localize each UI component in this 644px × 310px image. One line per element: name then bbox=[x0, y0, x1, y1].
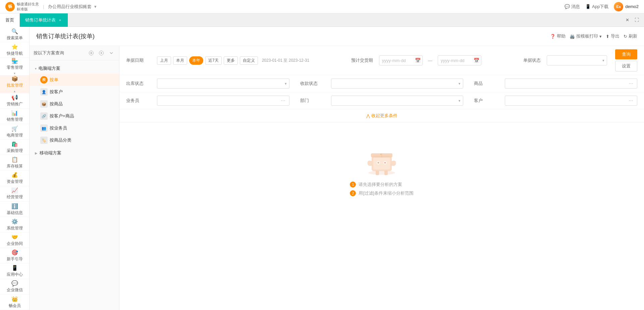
app-download-button[interactable]: 📱 App下载 bbox=[585, 4, 608, 10]
sidebar-item-marketing[interactable]: 📢 营销推广 bbox=[0, 93, 29, 109]
collapse-panel-button[interactable] bbox=[108, 49, 115, 57]
tree-item-by-staff[interactable]: 👥 按业务员 bbox=[30, 122, 119, 134]
sidebar-item-corp-wechat[interactable]: 💬 企业微信 bbox=[0, 279, 29, 295]
sidebar-item-operations[interactable]: 📈 经营管理 bbox=[0, 186, 29, 202]
main-layout: 🔍 搜索菜单 ⭐ 快捷导航 🏪 零售管理 ▾ 📦 批发管理 ▴ 📢 营销推广 📊… bbox=[0, 27, 644, 310]
sidebar-item-newbie[interactable]: 🎯 新手引导 bbox=[0, 248, 29, 263]
tab-home[interactable]: 首页 bbox=[0, 13, 20, 27]
export-icon: ⬆ bbox=[606, 34, 609, 39]
product-input-wrap: ··· bbox=[505, 79, 637, 89]
member-icon: 👑 bbox=[11, 296, 18, 302]
split-layout: 按以下方案查询 ▾ 电脑端方案 bbox=[30, 46, 644, 310]
dept-select-wrap: ▾ bbox=[331, 96, 464, 106]
staff-more-icon[interactable]: ··· bbox=[279, 98, 287, 104]
order-status-select[interactable] bbox=[547, 55, 607, 65]
print-icon: 🖨️ bbox=[570, 34, 575, 39]
more-date-btn[interactable]: 更多 bbox=[224, 56, 238, 65]
tree-item-by-order[interactable]: 按 按单 bbox=[30, 74, 119, 86]
sidebar-item-wholesale[interactable]: 📦 批发管理 ▴ bbox=[0, 75, 29, 93]
product-more-icon[interactable]: ··· bbox=[627, 81, 635, 87]
topbar-right: 💬 消息 📱 App下载 Ea demo2 bbox=[565, 2, 639, 11]
sidebar-item-ecom[interactable]: 🛒 电商管理 bbox=[0, 124, 29, 140]
svg-rect-7 bbox=[373, 158, 390, 169]
scheme-settings-button[interactable] bbox=[98, 49, 105, 57]
filter-rows-container: 单据日期 上月 本月 本年 近7天 更多 自定义 2023-01-01 至 20… bbox=[119, 46, 644, 122]
finance-icon: 💰 bbox=[11, 172, 18, 178]
corp-wechat-icon: 💬 bbox=[11, 280, 18, 287]
ecom-icon: 🛒 bbox=[11, 125, 18, 132]
ship-status-select-wrap: ▾ bbox=[157, 79, 289, 89]
breadcrumb: 办公用品行业模拟账套 bbox=[48, 4, 92, 10]
tree-expand-icon-mobile: ▶ bbox=[35, 151, 38, 155]
delivery-end-calendar-icon[interactable]: 📅 bbox=[474, 58, 479, 63]
tab-close-icon[interactable]: × bbox=[58, 18, 62, 22]
dept-select[interactable] bbox=[331, 96, 464, 106]
refresh-button[interactable]: ↻ 刷新 bbox=[624, 33, 637, 39]
user-profile[interactable]: Ea demo2 bbox=[614, 2, 639, 11]
sidebar-item-finance[interactable]: 💰 资金管理 bbox=[0, 170, 29, 186]
sidebar-item-enterprise[interactable]: 🤝 企业协同 bbox=[0, 232, 29, 248]
svg-point-4 bbox=[101, 52, 102, 54]
right-content: 单据日期 上月 本月 本年 近7天 更多 自定义 2023-01-01 至 20… bbox=[119, 46, 644, 310]
sidebar-item-retail[interactable]: 🏪 零售管理 ▾ bbox=[0, 58, 29, 75]
tree-item-by-category[interactable]: 🏷️ 按商品分类 bbox=[30, 134, 119, 146]
last-month-btn[interactable]: 上月 bbox=[157, 56, 171, 65]
query-btn-group: 查询 设置 bbox=[615, 49, 637, 71]
sidebar-item-purchase[interactable]: 🛍️ 采购管理 bbox=[0, 140, 29, 155]
date-label: 单据日期 bbox=[126, 57, 153, 63]
template-print-button[interactable]: 🖨️ 按模板打印 ▾ bbox=[570, 33, 602, 39]
custom-date-btn[interactable]: 自定义 bbox=[240, 56, 258, 65]
tab-sales-order-stats[interactable]: 销售订单统计表 × bbox=[20, 13, 68, 27]
user-name-label: demo2 bbox=[625, 4, 639, 9]
marketing-icon: 📢 bbox=[11, 94, 18, 101]
topbar-left: 畅 畅捷通好生意 标准版 | 办公用品行业模拟账套 ▾ bbox=[5, 2, 97, 11]
empty-illustration: ✦ bbox=[362, 143, 402, 176]
tree-group-desktop[interactable]: ▾ 电脑端方案 bbox=[30, 63, 119, 74]
delivery-start-calendar-icon[interactable]: 📅 bbox=[415, 58, 421, 63]
tip-num-1: 1 bbox=[350, 182, 356, 188]
sidebar-item-sales-mgmt[interactable]: 📊 销售管理 bbox=[0, 109, 29, 124]
export-button[interactable]: ⬆ 导出 bbox=[606, 33, 620, 39]
sidebar-item-basic-info[interactable]: ℹ️ 基础信息 bbox=[0, 202, 29, 217]
payment-status-select[interactable] bbox=[331, 79, 464, 89]
window-close-button[interactable]: ✕ bbox=[624, 17, 631, 23]
by-staff-icon: 👥 bbox=[40, 124, 48, 132]
settings-button[interactable]: 设置 bbox=[615, 61, 637, 71]
sidebar-item-search[interactable]: 🔍 搜索菜单 bbox=[0, 27, 29, 42]
system-icon: ⚙️ bbox=[11, 218, 18, 225]
add-scheme-button[interactable] bbox=[88, 49, 95, 57]
tree-expand-icon: ▾ bbox=[35, 67, 37, 70]
sidebar-item-member[interactable]: 👑 畅会员 bbox=[0, 295, 29, 310]
page-title: 销售订单统计表(按单) bbox=[36, 32, 95, 46]
tree-item-by-product[interactable]: 📦 按商品 bbox=[30, 98, 119, 110]
sidebar-item-quick-nav[interactable]: ⭐ 快捷导航 bbox=[0, 42, 29, 58]
by-order-icon: 按 bbox=[40, 76, 48, 84]
tree-item-by-customer[interactable]: 👤 按客户 bbox=[30, 86, 119, 98]
ship-status-select[interactable] bbox=[157, 79, 289, 89]
help-button[interactable]: ❓ 帮助 bbox=[550, 33, 566, 39]
this-month-btn[interactable]: 本月 bbox=[173, 56, 187, 65]
collapse-filters-bar[interactable]: ⋀ 收起更多条件 bbox=[119, 109, 644, 122]
order-status-select-wrap: ▾ bbox=[547, 55, 607, 65]
sidebar-item-inventory[interactable]: 📋 库存核算 bbox=[0, 155, 29, 170]
customer-input[interactable] bbox=[505, 96, 637, 106]
product-label: 商品 bbox=[474, 81, 501, 87]
payment-status-label: 收款状态 bbox=[300, 81, 327, 87]
query-button[interactable]: 查询 bbox=[615, 49, 637, 59]
last-7-days-btn[interactable]: 近7天 bbox=[205, 56, 222, 65]
message-button[interactable]: 💬 消息 bbox=[565, 4, 580, 10]
product-input[interactable] bbox=[505, 79, 637, 89]
help-icon: ❓ bbox=[550, 34, 555, 39]
tree-item-by-cust-prod[interactable]: 🔗 按客户+商品 bbox=[30, 110, 119, 122]
window-maximize-button[interactable]: ⛶ bbox=[633, 17, 640, 23]
sidebar-item-system[interactable]: ⚙️ 系统管理 bbox=[0, 217, 29, 232]
empty-tip-2: 2 用[过滤]条件来缩小分析范围 bbox=[350, 190, 413, 196]
page-actions: ❓ 帮助 🖨️ 按模板打印 ▾ ⬆ 导出 ↻ 刷新 bbox=[550, 33, 637, 45]
tree-group-mobile[interactable]: ▶ 移动端方案 bbox=[30, 148, 119, 158]
sidebar-item-app-center[interactable]: 📱 应用中心 bbox=[0, 263, 29, 279]
staff-input[interactable] bbox=[157, 96, 289, 106]
this-year-btn[interactable]: 本年 bbox=[189, 56, 203, 65]
svg-text:✦: ✦ bbox=[380, 153, 382, 156]
date-range-display: 2023-01-01 至 2023-12-31 bbox=[262, 58, 309, 63]
customer-more-icon[interactable]: ··· bbox=[627, 98, 635, 104]
